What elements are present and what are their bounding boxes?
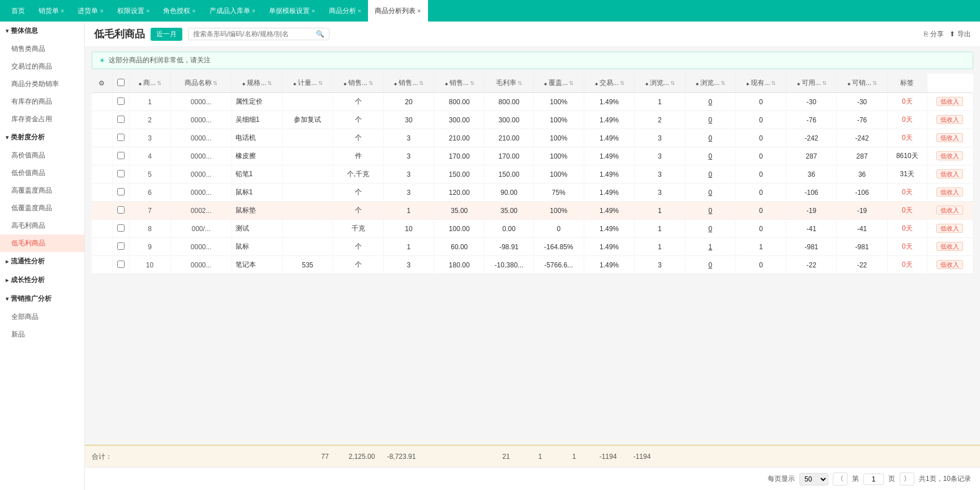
row-name[interactable]: 属性定价: [232, 93, 282, 111]
row-browse1[interactable]: 1: [685, 238, 735, 256]
sidebar-item-new-goods[interactable]: 新品: [0, 326, 84, 343]
row-checkbox[interactable]: [112, 202, 129, 220]
sidebar-item-low-margin[interactable]: 低毛利商品: [0, 235, 84, 252]
row-name[interactable]: 笔记本: [232, 256, 282, 274]
nav-sales-order[interactable]: 销货单 ×: [32, 0, 71, 22]
time-filter-button[interactable]: 近一月: [151, 28, 182, 41]
row-browse1[interactable]: 0: [685, 111, 735, 129]
nav-product-inbound[interactable]: 产成品入库单 ×: [203, 0, 262, 22]
row-name[interactable]: 橡皮擦: [232, 147, 282, 165]
sidebar-group-marketing[interactable]: ▾ 营销推广分析: [0, 289, 84, 308]
nav-template-settings[interactable]: 单据模板设置 ×: [262, 0, 322, 22]
sidebar-group-flow[interactable]: ▸ 流通性分析: [0, 252, 84, 271]
row-select-checkbox[interactable]: [117, 188, 125, 195]
prev-page-button[interactable]: 〈: [833, 472, 848, 485]
sidebar-item-traded-goods[interactable]: 交易过的商品: [0, 58, 84, 75]
row-select-checkbox[interactable]: [117, 170, 125, 177]
row-checkbox[interactable]: [112, 129, 129, 147]
nav-home[interactable]: 首页: [5, 0, 32, 22]
row-select-checkbox[interactable]: [117, 224, 125, 232]
row-checkbox[interactable]: [112, 165, 129, 184]
row-sale-amount: 90.00: [485, 184, 533, 202]
close-icon[interactable]: ×: [252, 7, 255, 14]
row-select-checkbox[interactable]: [117, 242, 125, 250]
row-sale-qty: 3: [383, 256, 434, 274]
row-name[interactable]: 电话机: [232, 129, 282, 147]
row-spec: [283, 220, 333, 238]
export-button[interactable]: ⬆ 导出: [949, 29, 971, 39]
sidebar-item-category-sales-rate[interactable]: 商品分类助销率: [0, 75, 84, 93]
row-browse1[interactable]: 0: [685, 256, 735, 274]
row-browse1[interactable]: 0: [685, 184, 735, 202]
row-select-checkbox[interactable]: [117, 206, 125, 214]
sidebar-group-growth[interactable]: ▸ 成长性分析: [0, 271, 84, 289]
row-name[interactable]: 鼠标1: [232, 184, 282, 202]
row-select-checkbox[interactable]: [117, 152, 125, 159]
row-gross-margin: 100%: [533, 93, 584, 111]
close-icon[interactable]: ×: [358, 7, 361, 14]
sidebar-item-low-coverage[interactable]: 低覆盖度商品: [0, 199, 84, 217]
nav-role-auth[interactable]: 角色授权 ×: [156, 0, 202, 22]
row-no: 6: [129, 184, 170, 202]
sidebar-group-overall[interactable]: ▾ 整体信息: [0, 22, 84, 40]
sidebar-group-class-analysis[interactable]: ▾ 类射度分析: [0, 128, 84, 147]
total-records: 共1页，10条记录: [919, 474, 971, 484]
row-name[interactable]: 铅笔1: [232, 165, 282, 184]
row-sale-qty: 1: [383, 238, 434, 256]
row-browse1[interactable]: 0: [685, 165, 735, 184]
page-number-input[interactable]: [863, 474, 884, 485]
page-size-select[interactable]: 50 100 200: [799, 473, 828, 485]
col-settings[interactable]: ⚙: [92, 74, 112, 93]
close-icon[interactable]: ×: [311, 7, 315, 14]
search-icon[interactable]: 🔍: [316, 30, 324, 38]
row-checkbox[interactable]: [112, 256, 129, 274]
row-browse1[interactable]: 0: [685, 220, 735, 238]
row-select-checkbox[interactable]: [117, 97, 125, 105]
row-checkbox[interactable]: [112, 93, 129, 111]
row-select-checkbox[interactable]: [117, 116, 125, 123]
nav-permissions[interactable]: 权限设置 ×: [110, 0, 156, 22]
close-icon[interactable]: ×: [146, 7, 149, 14]
row-browse2: 0: [735, 147, 786, 165]
row-settings: [92, 111, 112, 129]
row-browse1[interactable]: 0: [685, 202, 735, 220]
row-checkbox[interactable]: [112, 238, 129, 256]
row-select-checkbox[interactable]: [117, 261, 125, 268]
row-name[interactable]: 吴细细1: [232, 111, 282, 129]
next-page-button[interactable]: 〉: [900, 472, 914, 485]
sidebar-item-sales-goods[interactable]: 销售类商品: [0, 40, 84, 58]
nav-product-analysis[interactable]: 商品分析 ×: [322, 0, 368, 22]
sidebar-item-all-goods[interactable]: 全部商品: [0, 308, 84, 326]
row-browse1[interactable]: 0: [685, 147, 735, 165]
close-icon[interactable]: ×: [417, 7, 421, 14]
close-icon[interactable]: ×: [192, 7, 195, 14]
chevron-right-icon: ▸: [6, 277, 8, 283]
close-icon[interactable]: ×: [61, 7, 64, 14]
share-button[interactable]: ⎘ 分享: [924, 29, 944, 39]
col-sale-qty: ⬥ 销售... ⇅: [333, 74, 383, 93]
row-checkbox[interactable]: [112, 111, 129, 129]
close-icon[interactable]: ×: [100, 7, 103, 14]
row-trade: 1: [635, 238, 685, 256]
sidebar-item-low-value[interactable]: 低价值商品: [0, 164, 84, 182]
row-checkbox[interactable]: [112, 184, 129, 202]
row-name[interactable]: 测试: [232, 220, 282, 238]
row-sale-price: 35.00: [434, 202, 485, 220]
row-name[interactable]: 鼠标: [232, 238, 282, 256]
row-checkbox[interactable]: [112, 147, 129, 165]
sidebar-item-high-value[interactable]: 高价值商品: [0, 147, 84, 164]
sidebar-item-inventory-capital[interactable]: 库存资金占用: [0, 110, 84, 128]
search-input[interactable]: [193, 30, 316, 38]
select-all-checkbox[interactable]: [117, 79, 125, 86]
row-browse1[interactable]: 0: [685, 93, 735, 111]
row-name[interactable]: 鼠标垫: [232, 202, 282, 220]
sidebar-item-high-coverage[interactable]: 高覆盖度商品: [0, 182, 84, 199]
row-checkbox[interactable]: [112, 220, 129, 238]
row-unit: 件: [333, 147, 383, 165]
row-browse1[interactable]: 0: [685, 129, 735, 147]
nav-product-analysis-list[interactable]: 商品分析列表 ×: [368, 0, 427, 22]
nav-purchase-order[interactable]: 进货单 ×: [71, 0, 110, 22]
row-select-checkbox[interactable]: [117, 134, 125, 141]
sidebar-item-stock-goods[interactable]: 有库存的商品: [0, 93, 84, 110]
sidebar-item-high-margin[interactable]: 高毛利商品: [0, 217, 84, 235]
